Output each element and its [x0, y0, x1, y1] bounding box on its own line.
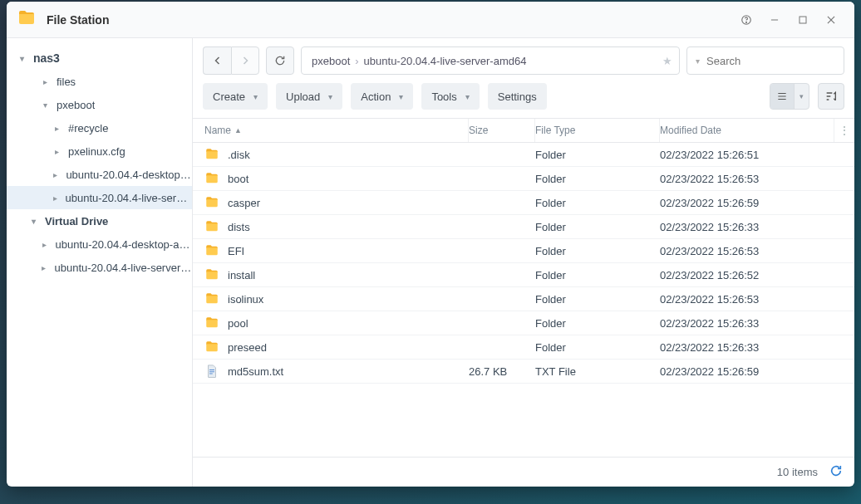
tree-item--recycle[interactable]: ▸#recycle — [7, 116, 192, 139]
table-row[interactable]: casperFolder02/23/2022 15:26:59 — [193, 191, 854, 215]
chevron-down-icon: ▾ — [15, 54, 28, 63]
folder-icon — [204, 195, 219, 210]
file-name: .disk — [228, 149, 469, 161]
column-header-size[interactable]: Size — [469, 119, 535, 142]
chevron-icon: ▸ — [50, 124, 63, 133]
refresh-button[interactable] — [266, 46, 294, 75]
file-type: Folder — [535, 293, 660, 306]
forward-button[interactable] — [231, 46, 259, 75]
tree-root-nas3[interactable]: ▾ nas3 — [7, 46, 192, 70]
file-date: 02/23/2022 15:26:33 — [660, 221, 854, 233]
chevron-right-icon: › — [353, 55, 360, 67]
file-date: 02/23/2022 15:26:53 — [660, 245, 854, 257]
file-name: pool — [228, 317, 469, 330]
chevron-down-icon: ▾ — [27, 217, 40, 226]
table-row[interactable]: .diskFolder02/23/2022 15:26:51 — [193, 143, 854, 167]
chevron-icon: ▸ — [38, 240, 51, 249]
table-row[interactable]: distsFolder02/23/2022 15:26:33 — [193, 215, 854, 239]
file-type: Folder — [535, 317, 660, 330]
folder-icon — [204, 219, 219, 234]
tree-vd-item[interactable]: ▸ubuntu-20.04.4-desktop-amd64 — [7, 232, 192, 256]
help-button[interactable] — [733, 7, 760, 33]
file-date: 02/23/2022 15:26:51 — [660, 149, 854, 161]
tree-item-pxelinux-cfg[interactable]: ▸pxelinux.cfg — [7, 139, 192, 163]
folder-icon — [204, 171, 219, 186]
table-row[interactable]: preseedFolder02/23/2022 15:26:33 — [193, 335, 854, 360]
svg-point-1 — [746, 22, 747, 22]
close-button[interactable] — [818, 7, 844, 33]
sidebar: ▾ nas3 ▸files▾pxeboot▸#recycle▸pxelinux.… — [7, 38, 193, 487]
maximize-button[interactable] — [790, 7, 816, 33]
table-row[interactable]: md5sum.txt26.7 KBTXT File02/23/2022 15:2… — [193, 360, 854, 384]
file-name: preseed — [228, 341, 469, 354]
file-type: Folder — [535, 173, 660, 185]
column-header-date[interactable]: Modified Date — [660, 119, 834, 142]
table-row[interactable]: isolinuxFolder02/23/2022 15:26:53 — [193, 287, 854, 311]
column-header-type[interactable]: File Type — [535, 119, 660, 142]
file-name: boot — [228, 173, 469, 185]
star-icon[interactable]: ★ — [662, 55, 672, 67]
file-name: md5sum.txt — [228, 365, 469, 378]
file-date: 02/23/2022 15:26:53 — [660, 293, 854, 306]
folder-icon — [204, 243, 219, 258]
chevron-down-icon: ▾ — [696, 56, 700, 66]
tree-item-files[interactable]: ▸files — [7, 70, 192, 93]
chevron-icon: ▸ — [50, 147, 63, 156]
file-type: Folder — [535, 341, 660, 354]
svg-rect-3 — [800, 17, 806, 23]
folder-icon — [204, 316, 219, 330]
breadcrumb-part-1[interactable]: ubuntu-20.04.4-live-server-amd64 — [361, 55, 530, 67]
view-mode-group: ▾ — [770, 83, 809, 110]
tools-button[interactable]: Tools — [421, 83, 479, 110]
table-row[interactable]: poolFolder02/23/2022 15:26:33 — [193, 311, 854, 335]
table-row[interactable]: bootFolder02/23/2022 15:26:53 — [193, 167, 854, 191]
status-refresh-button[interactable] — [829, 464, 843, 480]
titlebar: File Station — [7, 2, 854, 38]
back-button[interactable] — [203, 46, 231, 75]
file-type: Folder — [535, 269, 660, 281]
search-box[interactable]: ▾ — [686, 46, 844, 75]
tree-item-ubuntu-20-04-4-live-server-amd64[interactable]: ▸ubuntu-20.04.4-live-server-amd64 — [7, 186, 192, 209]
tree-item-pxeboot[interactable]: ▾pxeboot — [7, 93, 192, 116]
file-icon — [204, 364, 219, 379]
file-name: EFI — [228, 245, 469, 257]
file-station-window: File Station ▾ nas3 ▸files▾pxeboot▸#recy… — [7, 2, 854, 487]
tree-virtual-drive[interactable]: ▾ Virtual Drive — [7, 209, 192, 232]
file-size: 26.7 KB — [469, 365, 535, 378]
file-name: install — [228, 269, 469, 281]
file-name: casper — [228, 197, 469, 209]
list-view-button[interactable] — [770, 84, 794, 109]
statusbar: 10 items — [193, 457, 854, 487]
window-title: File Station — [47, 13, 109, 27]
column-menu-button[interactable]: ⋮ — [834, 125, 854, 136]
file-grid: Name▲ Size File Type Modified Date ⋮ .di… — [193, 118, 854, 457]
breadcrumb-part-0[interactable]: pxeboot — [308, 55, 353, 67]
file-type: Folder — [535, 221, 660, 233]
folder-icon — [204, 267, 219, 282]
breadcrumb[interactable]: pxeboot › ubuntu-20.04.4-live-server-amd… — [301, 46, 680, 75]
file-date: 02/23/2022 15:26:52 — [660, 269, 854, 281]
file-type: Folder — [535, 245, 660, 257]
settings-button[interactable]: Settings — [488, 83, 547, 110]
folder-icon — [204, 147, 219, 162]
create-button[interactable]: Create — [203, 83, 268, 110]
tree-vd-item[interactable]: ▸ubuntu-20.04.4-live-server-amd64 — [7, 256, 192, 279]
folder-icon — [204, 291, 219, 306]
nav-toolbar: pxeboot › ubuntu-20.04.4-live-server-amd… — [193, 38, 854, 80]
action-toolbar: Create Upload Action Tools Settings ▾ — [193, 80, 854, 118]
column-header-name[interactable]: Name▲ — [193, 119, 469, 142]
upload-button[interactable]: Upload — [276, 83, 342, 110]
table-row[interactable]: installFolder02/23/2022 15:26:52 — [193, 263, 854, 287]
file-type: Folder — [535, 149, 660, 161]
tree-item-ubuntu-20-04-4-desktop-amd64[interactable]: ▸ubuntu-20.04.4-desktop-amd64 — [7, 163, 192, 186]
view-mode-dropdown[interactable]: ▾ — [794, 84, 809, 109]
chevron-icon: ▸ — [38, 77, 52, 86]
grid-header: Name▲ Size File Type Modified Date ⋮ — [193, 118, 854, 143]
table-row[interactable]: EFIFolder02/23/2022 15:26:53 — [193, 239, 854, 263]
file-date: 02/23/2022 15:26:59 — [660, 365, 854, 378]
sort-button[interactable] — [818, 83, 844, 110]
file-date: 02/23/2022 15:26:59 — [660, 197, 854, 209]
action-button[interactable]: Action — [351, 83, 413, 110]
minimize-button[interactable] — [761, 7, 788, 33]
search-input[interactable] — [705, 54, 848, 68]
